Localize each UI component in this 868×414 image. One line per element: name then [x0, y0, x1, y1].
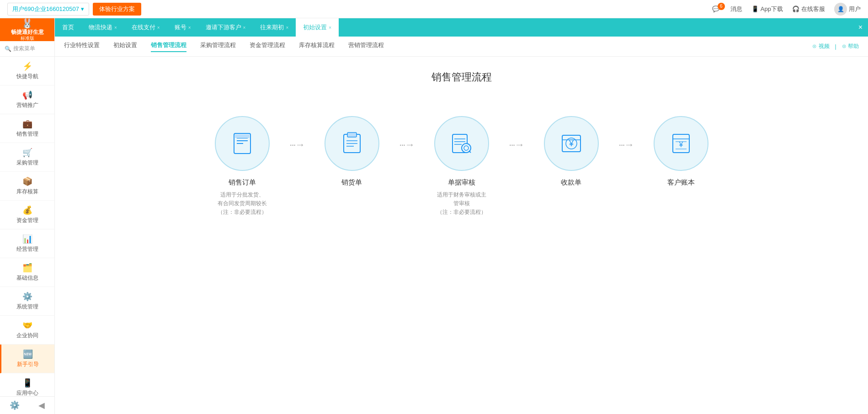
sub-tabs-bar: 行业特性设置 初始设置 销售管理流程 采购管理流程 资金管理流程 库存核算流程 …: [55, 37, 868, 57]
sub-tab-purchase-flow[interactable]: 采购管理流程: [200, 41, 236, 52]
nav-tab-init[interactable]: 初始设置 ×: [296, 18, 339, 37]
collab-icon: 🤝: [22, 320, 32, 330]
flow-arrow-1: ···→: [283, 116, 311, 151]
gear-icon[interactable]: ⚙️: [10, 400, 20, 410]
nav-tab-period[interactable]: 往来期初 ×: [253, 18, 296, 37]
quick-icon: ⚡: [22, 61, 32, 71]
sidebar-item-basic[interactable]: 🗂️ 基础信息: [0, 258, 54, 287]
main-layout: 🐰 畅捷通好生意 标准版 🔍 搜索菜单 ⚡ 快捷导航 📢 营销推广 💼: [0, 18, 868, 414]
sub-tab-purchase-flow-label: 采购管理流程: [200, 42, 236, 48]
flow-step-ledger[interactable]: ¥ 客户账本: [640, 116, 722, 191]
operation-icon: 📊: [22, 234, 32, 244]
step-review-name: 单据审核: [448, 178, 475, 187]
search-label: 搜索菜单: [13, 45, 35, 53]
top-bar-right: 💬 6 消息 📱 App下载 🎧 在线客服 👤 用户: [712, 3, 861, 16]
page-title: 销售管理流程: [64, 70, 859, 84]
sidebar-item-stock[interactable]: 📦 库存核算: [0, 172, 54, 201]
sidebar-item-label: 新手引导: [17, 361, 39, 368]
close-icon[interactable]: ×: [114, 25, 117, 30]
close-icon[interactable]: ×: [188, 25, 191, 30]
chevron-down-icon: ▾: [81, 5, 84, 12]
phone-icon: 📱: [751, 5, 759, 12]
logo-icon: 🐰: [21, 18, 33, 29]
flow-circle-ledger: ¥: [654, 116, 708, 171]
step-ledger-name: 客户账本: [667, 178, 695, 187]
experience-button[interactable]: 体验行业方案: [93, 3, 141, 16]
nav-tab-invite-label: 邀请下游客户: [206, 23, 241, 32]
stock-icon: 📦: [22, 176, 32, 186]
nav-tab-home-label: 首页: [62, 23, 74, 32]
sidebar-item-guide[interactable]: 🆕 新手引导: [0, 345, 54, 373]
online-service-label: 在线客服: [801, 5, 825, 13]
flow-step-review[interactable]: 单据审核 适用于财务审核或主管审核（注：非必要流程）: [421, 116, 503, 217]
nav-tab-logistics[interactable]: 物流快递 ×: [81, 18, 124, 37]
sub-tab-sales-flow[interactable]: 销售管理流程: [151, 41, 186, 52]
sidebar-bottom: ⚙️ ◀: [0, 396, 54, 414]
online-service-item[interactable]: 🎧 在线客服: [792, 5, 825, 13]
video-help[interactable]: ⊙ 视频: [812, 42, 829, 50]
flow-step-order[interactable]: 销售订单 适用于分批发货、有合同发货周期较长（注：非必要流程）: [201, 116, 283, 217]
divider: |: [835, 43, 836, 50]
sub-tab-finance-flow[interactable]: 资金管理流程: [250, 41, 285, 52]
sub-tab-stock-flow-label: 库存核算流程: [299, 42, 335, 48]
sidebar-items: 🔍 搜索菜单 ⚡ 快捷导航 📢 营销推广 💼 销售管理 🛒 采购管理: [0, 41, 54, 396]
message-item[interactable]: 💬 6 消息: [712, 5, 742, 13]
system-icon: ⚙️: [22, 292, 32, 302]
user-selector[interactable]: 用户690企业1660120507 ▾: [7, 3, 89, 16]
user-avatar-item[interactable]: 👤 用户: [834, 3, 861, 16]
sidebar-item-operation[interactable]: 📊 经营管理: [0, 229, 54, 258]
sub-tab-marketing-flow-label: 营销管理流程: [348, 42, 384, 48]
sub-tab-init-label: 初始设置: [113, 42, 137, 48]
close-icon[interactable]: ×: [286, 25, 288, 30]
sidebar-item-finance[interactable]: 💰 资金管理: [0, 201, 54, 229]
sidebar-item-collab[interactable]: 🤝 企业协同: [0, 316, 54, 345]
message-label: 消息: [730, 5, 742, 13]
sidebar-search[interactable]: 🔍 搜索菜单: [0, 41, 54, 57]
flow-step-delivery[interactable]: 销货单: [311, 116, 393, 191]
help-area: ⊙ 视频 | ⊙ 帮助: [812, 42, 859, 50]
page-content: 销售管理流程 销售订单 适用于分批发货、有合同发货周期较长（: [55, 57, 868, 414]
guide-icon: 🆕: [23, 349, 33, 359]
flow-arrow-3: ···→: [503, 116, 530, 151]
sidebar-item-label: 快捷导航: [16, 73, 38, 80]
sidebar-item-label: 企业协同: [16, 332, 38, 340]
app-download-label: App下载: [761, 5, 783, 13]
nav-tabs-bar: 首页 物流快递 × 在线支付 × 账号 × 邀请下游客户 × 往来期初 ×: [55, 18, 868, 37]
sidebar-item-sales[interactable]: 💼 销售管理: [0, 114, 54, 143]
app-download-item[interactable]: 📱 App下载: [751, 5, 783, 13]
sidebar-item-system[interactable]: ⚙️ 系统管理: [0, 287, 54, 316]
sidebar-item-label: 采购管理: [16, 159, 38, 167]
step-order-desc: 适用于分批发货、有合同发货周期较长（注：非必要流程）: [218, 191, 267, 217]
nav-tab-account[interactable]: 账号 ×: [167, 18, 198, 37]
search-icon: 🔍: [5, 46, 11, 52]
avatar: 👤: [834, 3, 847, 16]
nav-tab-invite[interactable]: 邀请下游客户 ×: [198, 18, 253, 37]
close-icon[interactable]: ×: [157, 25, 160, 30]
sub-tab-init[interactable]: 初始设置: [113, 41, 137, 52]
step-delivery-name: 销货单: [341, 178, 362, 187]
sidebar-item-quick[interactable]: ⚡ 快捷导航: [0, 57, 54, 85]
appcenter-icon: 📱: [22, 378, 32, 388]
svg-text:¥: ¥: [568, 139, 574, 148]
sidebar-item-purchase[interactable]: 🛒 采购管理: [0, 143, 54, 172]
close-icon[interactable]: ×: [329, 25, 331, 30]
sidebar-item-marketing[interactable]: 📢 营销推广: [0, 85, 54, 114]
nav-tab-home[interactable]: 首页: [55, 18, 81, 37]
sub-tab-marketing-flow[interactable]: 营销管理流程: [348, 41, 384, 52]
marketing-icon: 📢: [22, 90, 32, 100]
text-help[interactable]: ⊙ 帮助: [842, 42, 859, 50]
search-box[interactable]: 🔍 搜索菜单: [5, 45, 50, 53]
sub-tab-sales-flow-label: 销售管理流程: [151, 42, 186, 48]
flow-step-receipt[interactable]: ¥ 收款单: [530, 116, 612, 191]
nav-tab-payment[interactable]: 在线支付 ×: [124, 18, 167, 37]
sidebar-item-label: 经营管理: [16, 245, 38, 253]
close-icon[interactable]: ×: [243, 25, 246, 30]
close-all-button[interactable]: ×: [853, 18, 868, 37]
sub-tab-industry[interactable]: 行业特性设置: [64, 41, 100, 52]
sub-tab-stock-flow[interactable]: 库存核算流程: [299, 41, 335, 52]
collapse-icon[interactable]: ◀: [38, 400, 45, 410]
svg-rect-6: [347, 133, 357, 137]
step-receipt-name: 收款单: [561, 178, 581, 187]
sidebar-item-appcenter[interactable]: 📱 应用中心: [0, 373, 54, 396]
sales-icon: 💼: [22, 119, 32, 129]
